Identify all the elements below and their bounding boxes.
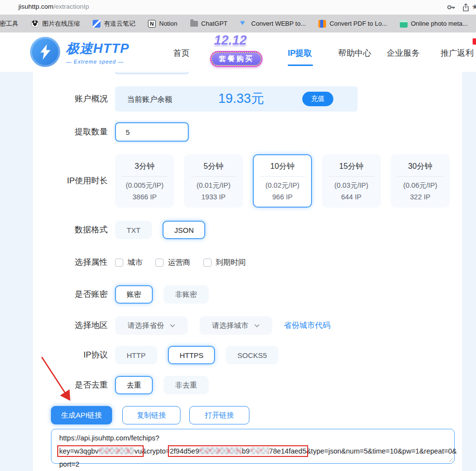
bookmark-chatgpt-folder[interactable]: ChatGPT	[190, 20, 228, 27]
bookmark-convert-webp[interactable]: Convert WEBP to...	[240, 20, 306, 28]
checkbox-icon[interactable]	[115, 259, 123, 267]
format-label: 数据格式	[33, 221, 108, 239]
dedupe-option-yes-selected[interactable]: 去重	[115, 376, 153, 394]
bookmark-youdao[interactable]: 有道云笔记	[93, 19, 135, 28]
attribute-checkbox-expiry[interactable]: 到期时间	[203, 258, 246, 268]
nav-active-underline	[288, 65, 313, 66]
format-option-txt[interactable]: TXT	[115, 221, 152, 239]
protocol-option-http[interactable]: HTTP	[115, 346, 157, 364]
protocol-option-socks5[interactable]: SOCKS5	[226, 346, 279, 364]
balance-caption: 当前账户余额	[127, 95, 172, 105]
url-text[interactable]: jisuhttp.com/extractionIp	[18, 3, 89, 10]
extraction-form-card: 账户概况 当前账户余额 19.33元 充值 提取数量 5 IP使用时长 3分钟 …	[33, 72, 462, 471]
lightning-logo-icon	[30, 37, 60, 67]
photo-meta-icon	[400, 20, 408, 28]
open-link-button[interactable]: 打开链接	[189, 406, 249, 424]
bookmarks-bar: 加密工具 图片在线压缩 有道云笔记 NNotion ChatGPT Conver…	[0, 15, 476, 33]
logo-title: 极速HTTP	[66, 40, 130, 57]
province-select[interactable]: 请选择省份	[115, 316, 188, 335]
site-header: 极速HTTP — Extreme speed — 首页 12.12 套餐购买 I…	[0, 32, 476, 72]
redacted-key-highlight: key=w3qgbvvu	[59, 447, 142, 455]
copy-link-button[interactable]: 复制链接	[122, 406, 181, 424]
auth-option-credentials-selected[interactable]: 账密	[115, 285, 153, 304]
auth-row: 是否账密 账密 非账密	[33, 285, 462, 304]
region-row: 选择地区 请选择省份 请选择城市 省份城市代码	[33, 316, 462, 335]
balance-value: 19.33元	[188, 90, 295, 107]
clipped-toolbar-icon[interactable]: ★	[472, 2, 476, 11]
quantity-input[interactable]: 5	[115, 122, 189, 142]
duration-option-15min[interactable]: 15分钟 (0.03元/IP) 644 IP	[322, 154, 381, 208]
quantity-row: 提取数量 5	[33, 122, 462, 142]
nav-ip-extract[interactable]: IP提取	[288, 48, 312, 59]
duration-row: IP使用时长 3分钟 (0.005元/IP) 3866 IP 5分钟 (0.01…	[33, 154, 462, 208]
nav-referral-badge	[473, 38, 476, 45]
site-logo[interactable]: 极速HTTP — Extreme speed —	[30, 37, 130, 67]
attribute-checkbox-isp[interactable]: 运营商	[155, 258, 191, 268]
auth-option-no-credentials[interactable]: 非账密	[164, 285, 209, 304]
account-row: 账户概况 当前账户余额 19.33元 充值	[33, 86, 462, 112]
bookmark-image-compress[interactable]: 图片在线压缩	[31, 19, 80, 28]
pdf-converter-icon	[318, 20, 326, 28]
folder-icon	[190, 21, 198, 27]
password-key-icon[interactable]	[447, 4, 456, 11]
bookmark-photo-meta[interactable]: Online photo meta...	[400, 20, 468, 28]
heart-icon	[240, 20, 248, 28]
duration-label: IP使用时长	[33, 154, 108, 208]
recharge-button[interactable]: 充值	[302, 92, 333, 106]
bookmark-convert-pdf[interactable]: Convert PDF to Lo...	[318, 20, 387, 28]
duration-option-10min-selected[interactable]: 10分钟 (0.02元/IP) 966 IP	[253, 154, 312, 208]
api-url-line2: key=w3qgbvvu&crypto=2f94d5e9b978e14faed5…	[59, 445, 446, 458]
city-select[interactable]: 请选择城市	[199, 316, 272, 335]
province-city-code-link[interactable]: 省份城市代码	[284, 321, 330, 331]
auth-label: 是否账密	[33, 285, 108, 304]
checkbox-icon[interactable]	[203, 259, 212, 267]
bookmark-notion[interactable]: NNotion	[148, 20, 178, 28]
nav-home[interactable]: 首页	[173, 48, 190, 59]
duration-option-3min[interactable]: 3分钟 (0.005元/IP) 3866 IP	[115, 154, 174, 208]
mosaic-redaction	[98, 447, 134, 455]
api-url-output[interactable]: https://api.jisuhttp.com/fetchips? key=w…	[51, 429, 455, 464]
logo-subtitle: — Extreme speed —	[66, 59, 130, 65]
region-label: 选择地区	[33, 316, 108, 335]
mosaic-redaction	[199, 447, 242, 455]
quantity-label: 提取数量	[33, 122, 108, 142]
protocol-option-https-selected[interactable]: HTTPS	[168, 346, 215, 364]
bookmark-encrypt-tool[interactable]: 加密工具	[0, 19, 18, 28]
promo-label: 套餐购买	[211, 52, 262, 66]
promo-pill: 套餐购买	[210, 51, 263, 67]
account-label: 账户概况	[33, 86, 108, 112]
api-url-line3: port=2	[59, 458, 446, 471]
nav-referral[interactable]: 推广返利	[441, 48, 474, 59]
format-row: 数据格式 TXT JSON	[33, 221, 462, 239]
notion-icon: N	[148, 20, 156, 28]
generate-api-link-button[interactable]: 生成API链接	[51, 406, 112, 424]
clipped-field-above	[115, 72, 189, 74]
nav-enterprise[interactable]: 企业服务	[387, 48, 420, 59]
panda-icon	[31, 20, 39, 28]
chevron-down-icon	[254, 324, 260, 327]
share-icon[interactable]	[462, 3, 469, 12]
api-url-line1: https://api.jisuhttp.com/fetchips?	[59, 432, 446, 445]
dedupe-option-no[interactable]: 非去重	[164, 376, 209, 394]
promo-banner[interactable]: 12.12 套餐购买	[210, 35, 265, 69]
attributes-row: 选择属性 城市 运营商 到期时间	[33, 255, 462, 270]
account-panel: 当前账户余额 19.33元 充值	[115, 86, 358, 112]
attribute-checkbox-city[interactable]: 城市	[115, 258, 143, 268]
duration-option-5min[interactable]: 5分钟 (0.01元/IP) 1933 IP	[184, 154, 243, 208]
promo-number: 12.12	[214, 33, 247, 48]
protocol-row: IP协议 HTTP HTTPS SOCKS5	[33, 346, 462, 364]
nav-help-center[interactable]: 帮助中心	[338, 48, 371, 59]
browser-url-bar: jisuhttp.com/extractionIp ★	[0, 0, 476, 15]
format-option-json-selected[interactable]: JSON	[163, 221, 205, 239]
mosaic-redaction	[250, 447, 269, 455]
protocol-label: IP协议	[33, 346, 108, 364]
youdao-icon	[93, 20, 100, 28]
duration-option-30min[interactable]: 30分钟 (0.06元/IP) 322 IP	[391, 154, 450, 208]
redacted-crypto-highlight: 2f94d5e9b978e14faed5	[170, 447, 306, 455]
checkbox-icon[interactable]	[155, 259, 164, 267]
actions-row: 生成API链接 复制链接 打开链接	[33, 406, 462, 424]
chevron-down-icon	[170, 324, 175, 327]
url-path: /extractionIp	[53, 3, 89, 10]
attributes-label: 选择属性	[33, 255, 108, 270]
dedupe-row: 是否去重 去重 非去重	[33, 376, 462, 394]
